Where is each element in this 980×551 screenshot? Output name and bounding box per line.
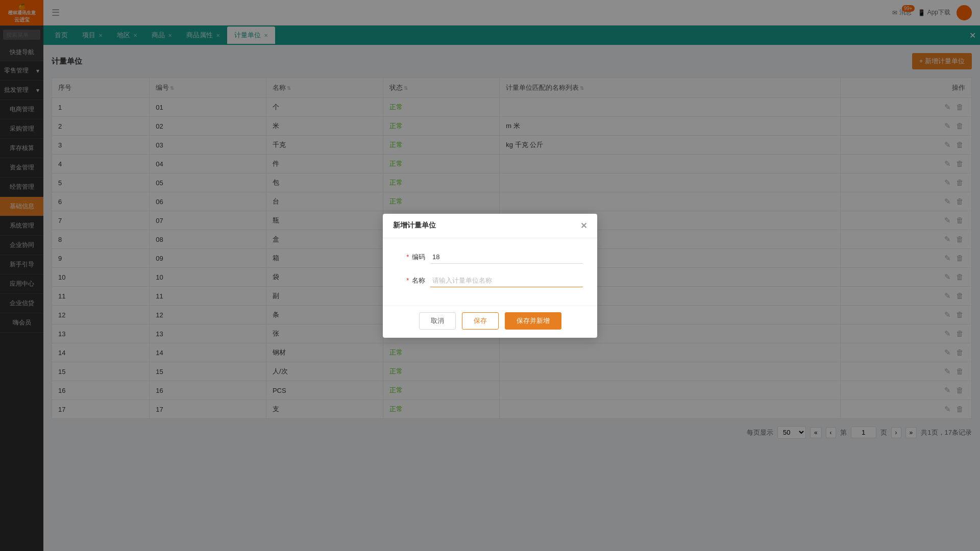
code-input[interactable] xyxy=(430,251,583,264)
modal-dialog: 新增计量单位 ✕ * 编码 * 名称 取消 保存 保存并新增 xyxy=(383,214,597,338)
modal-overlay: 新增计量单位 ✕ * 编码 * 名称 取消 保存 保存并新增 xyxy=(0,0,980,551)
modal-footer: 取消 保存 保存并新增 xyxy=(383,306,597,338)
name-input[interactable] xyxy=(430,274,583,287)
save-button[interactable]: 保存 xyxy=(462,312,499,330)
modal-close-button[interactable]: ✕ xyxy=(580,221,587,231)
modal-header: 新增计量单位 ✕ xyxy=(383,214,597,238)
cancel-button[interactable]: 取消 xyxy=(419,312,456,330)
modal-body: * 编码 * 名称 xyxy=(383,238,597,306)
name-label: * 名称 xyxy=(397,276,425,285)
code-label: * 编码 xyxy=(397,253,425,262)
form-row-code: * 编码 xyxy=(397,251,583,264)
modal-title: 新增计量单位 xyxy=(393,221,436,230)
form-row-name: * 名称 xyxy=(397,274,583,287)
save-new-button[interactable]: 保存并新增 xyxy=(505,312,561,330)
